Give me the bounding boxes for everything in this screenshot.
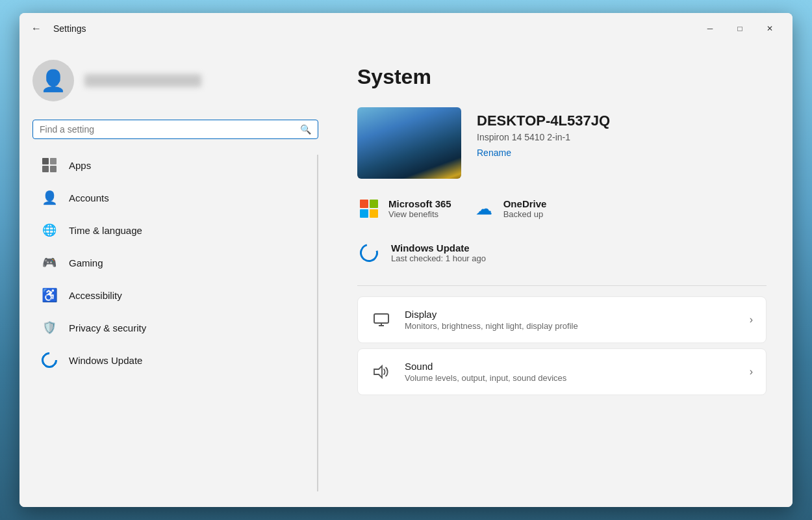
time-icon: 🌐 (40, 221, 58, 239)
windows-update-nav-label: Windows Update (69, 355, 142, 366)
sound-title: Sound (405, 361, 737, 372)
microsoft365-title: Microsoft 365 (388, 198, 451, 209)
windows-update-section[interactable]: Windows Update Last checked: 1 hour ago (357, 239, 767, 267)
title-bar-left: ← Settings (27, 20, 695, 38)
privacy-icon: 🛡️ (40, 318, 58, 337)
svg-rect-0 (374, 314, 388, 323)
display-chevron-icon: › (750, 314, 753, 326)
nav-list: Apps 👤 Accounts 🌐 Time & language 🎮 Gami… (32, 150, 317, 497)
windows-update-subtitle: Last checked: 1 hour ago (391, 254, 486, 263)
privacy-security-label: Privacy & security (69, 322, 146, 333)
minimize-button[interactable]: ─ (695, 18, 725, 39)
display-icon (371, 309, 392, 330)
time-language-label: Time & language (69, 225, 142, 236)
sound-card[interactable]: Sound Volume levels, output, input, soun… (357, 348, 767, 395)
accounts-label: Accounts (69, 192, 109, 203)
page-title: System (357, 65, 767, 89)
user-icon: 👤 (40, 68, 66, 93)
sidebar-item-gaming[interactable]: 🎮 Gaming (32, 247, 317, 278)
back-button[interactable]: ← (27, 20, 45, 38)
display-title: Display (405, 309, 737, 320)
sidebar-nav-wrapper: Apps 👤 Accounts 🌐 Time & language 🎮 Gami… (32, 150, 318, 497)
sidebar-item-time-language[interactable]: 🌐 Time & language (32, 214, 317, 246)
windows-update-nav-icon (40, 351, 58, 369)
title-bar: ← Settings ─ □ ✕ (19, 13, 793, 44)
display-text: Display Monitors, brightness, night ligh… (405, 309, 737, 331)
onedrive-text: OneDrive Backed up (503, 198, 547, 219)
ms-logo (360, 200, 378, 218)
sound-subtitle: Volume levels, output, input, sound devi… (405, 373, 737, 383)
accessibility-label: Accessibility (69, 290, 122, 301)
window-controls: ─ □ ✕ (695, 18, 785, 39)
section-divider (357, 285, 767, 286)
microsoft365-text: Microsoft 365 View benefits (388, 198, 451, 219)
display-subtitle: Monitors, brightness, night light, displ… (405, 321, 737, 331)
svg-marker-4 (374, 366, 382, 378)
device-thumbnail (357, 107, 461, 179)
search-box[interactable]: 🔍 (32, 120, 318, 139)
user-section: 👤 (32, 55, 318, 107)
close-button[interactable]: ✕ (755, 18, 785, 39)
onedrive-title: OneDrive (503, 198, 547, 209)
sound-chevron-icon: › (750, 366, 753, 378)
gaming-icon: 🎮 (40, 254, 58, 272)
sidebar-item-accessibility[interactable]: ♿ Accessibility (32, 280, 317, 311)
device-info: DESKTOP-4L537JQ Inspiron 14 5410 2-in-1 … (477, 107, 610, 158)
scroll-divider (317, 155, 318, 491)
accounts-icon: 👤 (40, 188, 58, 207)
microsoft365-quick-item[interactable]: Microsoft 365 View benefits (357, 197, 451, 220)
onedrive-icon: ☁ (472, 197, 496, 220)
apps-nav-icon (40, 156, 58, 174)
windows-update-text: Windows Update Last checked: 1 hour ago (391, 242, 486, 263)
display-card[interactable]: Display Monitors, brightness, night ligh… (357, 296, 767, 343)
search-input[interactable] (40, 124, 295, 135)
gaming-label: Gaming (69, 257, 103, 268)
apps-label: Apps (69, 160, 91, 171)
windows-update-title: Windows Update (391, 242, 486, 254)
sidebar-item-windows-update[interactable]: Windows Update (32, 344, 317, 376)
maximize-button[interactable]: □ (725, 18, 755, 39)
quick-access-row: Microsoft 365 View benefits ☁ OneDrive B… (357, 197, 767, 220)
device-section: DESKTOP-4L537JQ Inspiron 14 5410 2-in-1 … (357, 107, 767, 179)
onedrive-quick-item[interactable]: ☁ OneDrive Backed up (472, 197, 547, 220)
sound-text: Sound Volume levels, output, input, soun… (405, 361, 737, 383)
device-thumbnail-image (357, 107, 461, 179)
main-content: System DESKTOP-4L537JQ Inspiron 14 5410 … (331, 44, 793, 507)
windows-update-icon (357, 241, 381, 265)
microsoft365-subtitle: View benefits (388, 209, 451, 219)
sound-icon (371, 361, 392, 382)
sidebar: 👤 🔍 (19, 44, 331, 507)
device-rename-link[interactable]: Rename (477, 148, 610, 158)
sidebar-item-accounts[interactable]: 👤 Accounts (32, 182, 317, 213)
content-area: 👤 🔍 (19, 44, 793, 507)
window-title: Settings (53, 23, 86, 34)
onedrive-subtitle: Backed up (503, 209, 547, 219)
search-icon: 🔍 (300, 124, 311, 135)
device-name: DESKTOP-4L537JQ (477, 112, 610, 129)
sidebar-item-apps[interactable]: Apps (32, 150, 317, 181)
microsoft365-icon (357, 197, 381, 220)
device-model: Inspiron 14 5410 2-in-1 (477, 132, 610, 142)
sidebar-item-privacy-security[interactable]: 🛡️ Privacy & security (32, 312, 317, 343)
accessibility-icon: ♿ (40, 286, 58, 304)
user-name (84, 74, 201, 87)
avatar[interactable]: 👤 (32, 60, 74, 101)
apps-grid-icon (42, 158, 57, 172)
settings-window: ← Settings ─ □ ✕ 👤 🔍 (19, 13, 793, 507)
